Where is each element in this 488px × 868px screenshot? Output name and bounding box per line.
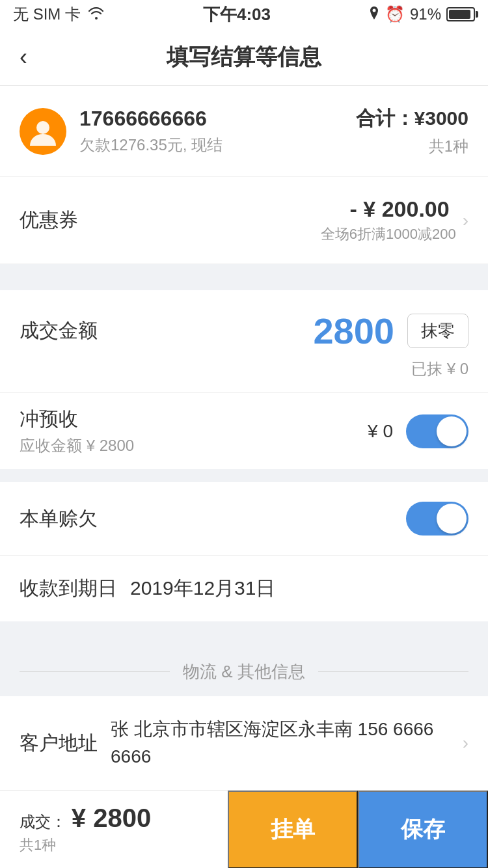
address-value: 张 北京市市辖区海淀区永丰南 156 6666 6666 [111, 716, 456, 770]
divider-1 [0, 277, 488, 290]
divider-line-right [318, 671, 468, 672]
total-count: 共1种 [356, 136, 468, 157]
prepay-toggle-knob [437, 416, 467, 446]
deal-amount-label: 成交金额 [20, 318, 98, 344]
coupon-right: - ¥ 200.00 全场6折满1000减200 › [321, 197, 468, 244]
alarm-icon: ⏰ [385, 5, 405, 23]
customer-info: 17666666666 欠款1276.35元, 现结 [79, 107, 356, 156]
debt-label: 本单赊欠 [20, 506, 98, 532]
coupon-right-wrap: - ¥ 200.00 全场6折满1000减200 [321, 197, 456, 244]
battery-label: 91% [410, 5, 441, 23]
address-label: 客户地址 [20, 730, 98, 757]
customer-sub: 欠款1276.35元, 现结 [79, 135, 356, 156]
round-button[interactable]: 抹零 [407, 314, 468, 348]
bottom-deal-row: 成交： ¥ 2800 [20, 804, 208, 833]
logistics-divider: 物流 & 其他信息 [0, 647, 488, 696]
customer-total: 合计：¥3000 共1种 [356, 105, 468, 157]
bottom-bar: 成交： ¥ 2800 共1种 挂单 保存 [0, 790, 488, 868]
address-chevron-icon: › [463, 733, 468, 753]
divider-3 [0, 634, 488, 647]
prepay-left: 冲预收 应收金额 ¥ 2800 [20, 406, 134, 456]
deal-amount-value: 2800 [313, 310, 394, 352]
coupon-desc: 全场6折满1000减200 [321, 224, 456, 244]
prepay-right: ¥ 0 [368, 414, 468, 448]
status-left: 无 SIM 卡 [13, 4, 105, 25]
bottom-summary: 成交： ¥ 2800 共1种 [0, 804, 228, 855]
nav-bar: ‹ 填写结算等信息 [0, 29, 488, 86]
bottom-deal-label: 成交： [20, 813, 66, 830]
divider-line-left [20, 671, 170, 672]
prepay-sub: 应收金额 ¥ 2800 [20, 435, 134, 456]
customer-row: 17666666666 欠款1276.35元, 现结 合计：¥3000 共1种 [0, 86, 488, 177]
avatar [20, 108, 66, 155]
prepay-value: ¥ 0 [368, 421, 393, 442]
due-date-row: 收款到期日 2019年12月31日 [0, 555, 488, 621]
prepay-toggle[interactable] [406, 414, 468, 448]
debt-toggle[interactable] [406, 502, 468, 536]
prepay-label: 冲预收 [20, 406, 134, 433]
logistics-label: 物流 & 其他信息 [170, 660, 318, 683]
coupon-label: 优惠券 [20, 207, 78, 234]
nav-title: 填写结算等信息 [167, 42, 321, 72]
customer-phone: 17666666666 [79, 107, 356, 131]
status-time: 下午4:03 [203, 3, 271, 26]
address-row[interactable]: 客户地址 张 北京市市辖区海淀区永丰南 156 6666 6666 › [0, 696, 488, 790]
prepay-row: 冲预收 应收金额 ¥ 2800 ¥ 0 [0, 392, 488, 469]
total-amount: 合计：¥3000 [356, 105, 468, 132]
bottom-deal-count: 共1种 [20, 835, 208, 855]
coupon-discount: - ¥ 200.00 [321, 197, 450, 222]
hang-button[interactable]: 挂单 [228, 791, 358, 869]
save-button[interactable]: 保存 [358, 791, 488, 869]
no-sim-label: 无 SIM 卡 [13, 4, 81, 25]
svg-point-0 [36, 121, 49, 134]
coupon-row[interactable]: 优惠券 - ¥ 200.00 全场6折满1000减200 › [0, 177, 488, 264]
back-button[interactable]: ‹ [20, 44, 27, 71]
deal-sub: 已抹 ¥ 0 [0, 359, 488, 392]
debt-row: 本单赊欠 [0, 482, 488, 555]
bottom-deal-amount: ¥ 2800 [72, 804, 151, 832]
status-right: ⏰ 91% [368, 5, 475, 23]
debt-toggle-knob [437, 504, 467, 534]
address-card: 客户地址 张 北京市市辖区海淀区永丰南 156 6666 6666 › [0, 696, 488, 790]
debt-card: 本单赊欠 收款到期日 2019年12月31日 [0, 482, 488, 621]
divider-2 [0, 469, 488, 482]
deal-amount-row: 成交金额 2800 抹零 [0, 290, 488, 359]
status-bar: 无 SIM 卡 下午4:03 ⏰ 91% [0, 0, 488, 29]
battery-icon [446, 7, 475, 21]
customer-card: 17666666666 欠款1276.35元, 现结 合计：¥3000 共1种 … [0, 86, 488, 264]
location-icon [368, 5, 380, 23]
due-date-value: 2019年12月31日 [130, 575, 275, 602]
deal-amount-section: 成交金额 2800 抹零 已抹 ¥ 0 冲预收 应收金额 ¥ 2800 ¥ 0 [0, 290, 488, 469]
wifi-icon [87, 5, 105, 23]
coupon-chevron-icon: › [463, 210, 468, 231]
due-date-label: 收款到期日 [20, 575, 117, 602]
deal-right: 2800 抹零 [313, 310, 468, 352]
